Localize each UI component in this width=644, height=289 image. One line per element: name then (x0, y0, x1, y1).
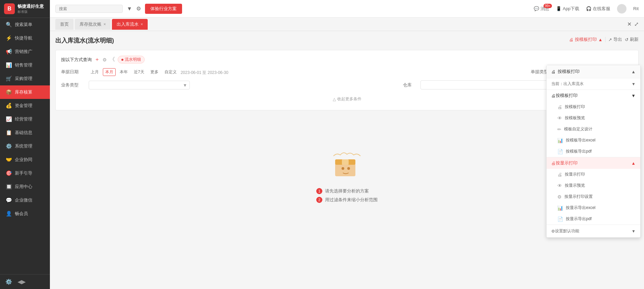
display-print-item[interactable]: 🖨 按显示打印 (547, 169, 640, 180)
dropdown-print-icon: 🖨 (551, 69, 556, 74)
display-settings-label: 按显示打印设置 (564, 194, 593, 200)
search-dropdown-button[interactable]: ▼ (127, 6, 132, 12)
sidebar-item-label: 快捷导航 (15, 35, 32, 41)
date-this-year[interactable]: 本年 (118, 69, 130, 76)
sidebar-item-label: 基础信息 (15, 130, 32, 136)
app-download-button[interactable]: 📱 App下载 (556, 6, 579, 12)
sidebar-item-guide[interactable]: 🎯 新手引导 (0, 166, 50, 180)
sidebar-item-apps[interactable]: 🔲 应用中心 (0, 180, 50, 193)
tab-home-label: 首页 (60, 21, 69, 27)
sidebar-item-label: 畅会员 (15, 211, 28, 217)
svg-rect-2 (342, 159, 349, 165)
export-button[interactable]: ↗ 导出 (608, 36, 622, 43)
display-items: 🖨 按显示打印 👁 按显示预览 ⚙ 按显示打印设置 📊 按显示导出excel (547, 169, 640, 225)
display-pdf-item[interactable]: 📄 按显示导出pdf (547, 213, 640, 225)
print-button[interactable]: 🖨 按模板打印 ▲ (569, 36, 603, 43)
biz-type-label: 业务类型 (61, 82, 85, 88)
tab-batch-inventory[interactable]: 库存批次账 × (75, 19, 111, 30)
dropdown-collapse-icon[interactable]: ▲ (631, 69, 636, 74)
biz-type-select[interactable] (89, 81, 190, 89)
display-excel-label: 按显示导出excel (566, 205, 595, 211)
step2-num: 2 (316, 197, 322, 203)
sidebar-item-management[interactable]: 📈 经营管理 (0, 112, 50, 126)
sidebar-item-wechat[interactable]: 💬 企业微信 (0, 193, 50, 207)
template-design-label: 模板自定义设计 (564, 126, 592, 132)
sidebar-item-member[interactable]: 👤 畅会员 (0, 207, 50, 220)
avatar[interactable] (617, 4, 626, 14)
sidebar-item-shortcuts[interactable]: ⚡ 快捷导航 (0, 31, 50, 45)
refresh-button[interactable]: ↺ 刷新 (625, 36, 639, 43)
sidebar-item-label: 搜索菜单 (15, 22, 32, 28)
date-custom[interactable]: 自定义 (163, 69, 179, 76)
sidebar-item-marketing[interactable]: 📢 营销推广 (0, 45, 50, 58)
display-excel-item[interactable]: 📊 按显示导出excel (547, 202, 640, 213)
display-preview-item[interactable]: 👁 按显示预览 (547, 180, 640, 191)
header-gear-icon[interactable]: ⚙ (136, 5, 141, 12)
phone-icon: 📱 (556, 6, 561, 11)
empty-icon (330, 148, 364, 181)
search-title: 按以下方式查询 (61, 57, 92, 63)
dropdown-current-label: 当前：出入库流水 (551, 81, 584, 87)
collapse-label: 收起更多条件 (337, 96, 361, 102)
export-icon: ↗ (608, 37, 612, 42)
template-preview-label: 按模板预览 (565, 115, 585, 121)
sidebar-item-inventory[interactable]: 📦 库存核算 (0, 85, 50, 99)
close-window-button[interactable]: ✕ (627, 21, 632, 27)
template-print-item[interactable]: 🖨 按模板打印 (547, 101, 640, 112)
display-preview-icon: 👁 (557, 183, 562, 188)
trial-button[interactable]: 体验行业方案 (145, 4, 182, 14)
collapse-icon: △ (333, 97, 336, 102)
template-design-item[interactable]: ✏ 模板自定义设计 (547, 124, 640, 135)
sidebar-item-label: 企业微信 (15, 197, 32, 203)
tab-inventory-flow-close[interactable]: × (141, 22, 143, 27)
finance-icon: 💰 (5, 102, 12, 109)
page-actions: 🖨 按模板打印 ▲ ↗ 导出 ↺ 刷新 (569, 36, 639, 43)
content-area: 出入库流水(流水明细) 🖨 按模板打印 ▲ ↗ 导出 ↺ 刷新 按以下方式查询 … (50, 31, 644, 289)
dropdown-section-template-header[interactable]: 🖨 按模板打印 ▼ (547, 90, 640, 101)
sidebar-item-label: 库存核算 (15, 89, 32, 95)
sidebar-item-search[interactable]: 🔍 搜索菜单 (0, 18, 50, 31)
sidebar-item-basic[interactable]: 📋 基础信息 (0, 126, 50, 139)
tab-inventory-flow[interactable]: 出入库流水 × (112, 19, 148, 30)
display-settings-item[interactable]: ⚙ 按显示打印设置 (547, 191, 640, 202)
sidebar-item-system[interactable]: ⚙️ 系统管理 (0, 139, 50, 153)
tab-home[interactable]: 首页 (55, 19, 74, 30)
apps-icon: 🔲 (5, 183, 12, 190)
collapse-sidebar-icon[interactable]: ◀▶ (18, 279, 26, 285)
sidebar-item-purchase[interactable]: 🛒 采购管理 (0, 72, 50, 85)
message-icon: 💬 (534, 6, 539, 11)
tab-batch-inventory-close[interactable]: × (104, 22, 106, 27)
header-search-input[interactable] (55, 5, 123, 13)
settings-bottom-icon[interactable]: ⚙️ (5, 279, 12, 285)
template-preview-item[interactable]: 👁 按模板预览 (547, 112, 640, 124)
date-last-month[interactable]: 上月 (89, 69, 101, 76)
template-pdf-item[interactable]: 📄 按模板导出pdf (547, 146, 640, 157)
app-logo-text: 畅捷通好生意 标准版 (18, 3, 44, 14)
date-7days[interactable]: 近7天 (132, 69, 146, 76)
date-this-month[interactable]: 本月 (103, 68, 116, 76)
template-excel-item[interactable]: 📊 按模板导出excel (547, 135, 640, 146)
shortcut-icon: ⚡ (5, 35, 12, 42)
search-collapse-button[interactable]: 《 (110, 56, 115, 63)
search-settings-button[interactable]: ⚙ (103, 57, 107, 62)
sidebar-item-finance[interactable]: 💰 资金管理 (0, 99, 50, 112)
sidebar-item-label: 资金管理 (15, 103, 32, 109)
search-add-button[interactable]: ＋ (94, 56, 100, 63)
set-default-section[interactable]: ⚙ 设置默认功能 ▼ (547, 225, 640, 237)
step1-text: 请先选择要分析的方案 (325, 188, 369, 194)
dropdown-section-display-header[interactable]: 🖨 按显示打印 ▲ (547, 157, 640, 169)
print-label: 按模板打印 (575, 36, 597, 43)
sidebar-item-collaboration[interactable]: 🤝 企业协同 (0, 153, 50, 166)
app-download-label: App下载 (563, 6, 579, 12)
sidebar-item-sales[interactable]: 📊 销售管理 (0, 58, 50, 72)
display-section-arrow: ▲ (631, 161, 636, 166)
maximize-window-button[interactable]: ⤢ (634, 21, 639, 27)
message-button[interactable]: 💬 消息 99+ (534, 6, 549, 12)
template-print-label: 按模板打印 (565, 104, 585, 110)
member-icon: 👤 (5, 210, 12, 217)
filter-tag[interactable]: 流水明细 (118, 56, 145, 63)
service-button[interactable]: 🎧 在线客服 (586, 6, 610, 12)
sidebar-item-label: 营销推广 (15, 49, 32, 55)
date-more[interactable]: 更多 (148, 69, 160, 76)
dropdown-section-display: 🖨 按显示打印 ▲ 🖨 按显示打印 👁 按显示预览 ⚙ (547, 157, 640, 225)
